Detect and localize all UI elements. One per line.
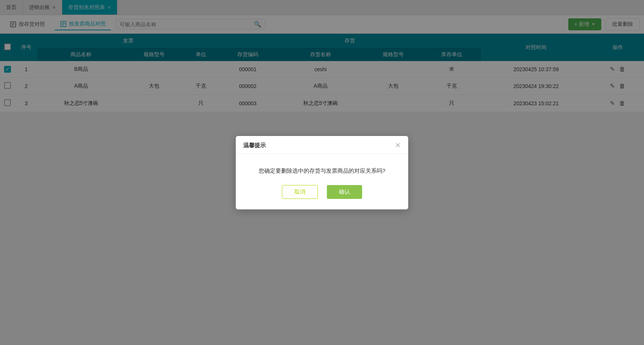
dialog-footer: 取消 确认 [236,185,408,209]
confirm-dialog: 温馨提示 ✕ 您确定要删除选中的存货与发票商品的对应关系吗? 取消 确认 [236,136,408,209]
dialog-message: 您确定要删除选中的存货与发票商品的对应关系吗? [259,167,385,174]
dialog-cancel-button[interactable]: 取消 [282,185,318,199]
dialog-header: 温馨提示 ✕ [236,136,408,154]
dialog-confirm-button[interactable]: 确认 [327,185,362,199]
dialog-overlay: 温馨提示 ✕ 您确定要删除选中的存货与发票商品的对应关系吗? 取消 确认 [0,0,644,345]
dialog-title: 温馨提示 [243,142,266,149]
dialog-body: 您确定要删除选中的存货与发票商品的对应关系吗? [236,154,408,185]
dialog-close-button[interactable]: ✕ [395,142,401,149]
